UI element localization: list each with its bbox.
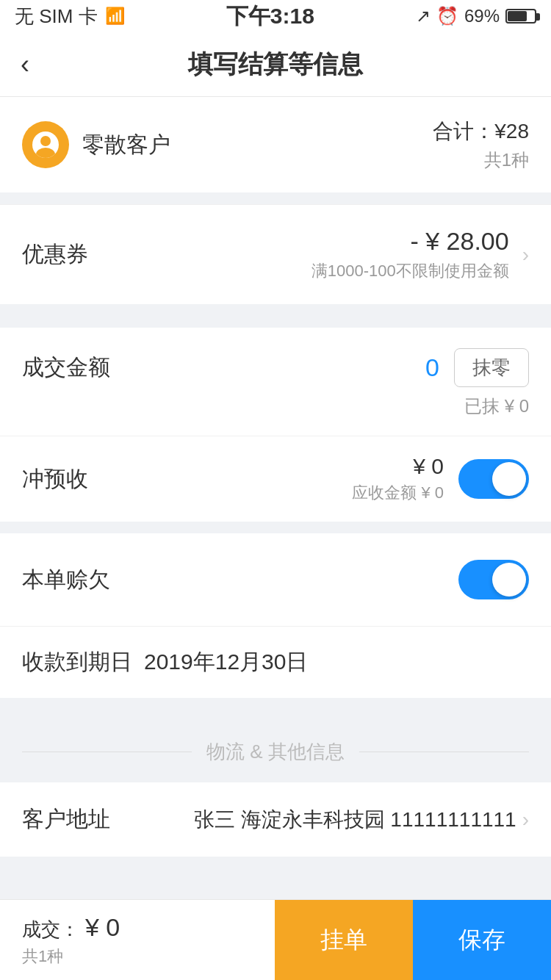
coupon-amount-block: - ¥ 28.00 满1000-100不限制使用金额 [311,227,509,282]
transaction-amount: 0 [425,353,439,382]
customer-section: 零散客户 合计：¥28 共1种 [0,97,551,192]
transaction-sub: 已抹 ¥ 0 [0,394,551,436]
chevron-right-icon: › [522,243,529,267]
divider-3 [0,698,551,710]
avatar [22,121,69,168]
battery-percent: 69% [464,6,500,26]
prereceive-row: 冲预收 ¥ 0 应收金额 ¥ 0 [0,436,551,522]
bottom-deal-row: 成交： ¥ 0 [22,913,253,943]
location-icon: ↗ [416,6,431,26]
status-time: 下午3:18 [226,1,314,32]
total-label: 合计：¥28 [433,118,529,145]
duedate-row: 收款到期日 2019年12月30日 [0,626,551,698]
customer-right: 合计：¥28 共1种 [433,118,529,172]
prereceive-main-amount: ¥ 0 [352,454,444,479]
logistics-section: 物流 & 其他信息 [0,721,551,782]
customer-name: 零散客户 [82,130,170,160]
address-row[interactable]: 客户地址 张三 海淀永丰科技园 11111111111 › [0,782,551,857]
prereceive-label: 冲预收 [22,464,88,494]
address-section: 客户地址 张三 海淀永丰科技园 11111111111 › [0,782,551,857]
page-title: 填写结算等信息 [188,48,363,82]
sim-label: 无 SIM 卡 [15,4,98,29]
debt-toggle-knob [492,563,526,597]
coupon-desc: 满1000-100不限制使用金额 [311,260,509,282]
bottom-deal-label: 成交： [22,917,79,943]
logistics-header: 物流 & 其他信息 [0,721,551,782]
debt-section: 本单赊欠 收款到期日 2019年12月30日 [0,533,551,698]
coupon-right: - ¥ 28.00 满1000-100不限制使用金额 › [311,227,529,282]
customer-left: 零散客户 [22,121,170,168]
prereceive-right: ¥ 0 应收金额 ¥ 0 [352,454,529,504]
wifi-icon: 📶 [105,7,125,26]
status-bar: 无 SIM 卡 📶 下午3:18 ↗ ⏰ 69% [0,0,551,32]
toggle-knob [492,462,526,496]
duedate-value: 2019年12月30日 [144,647,308,677]
transaction-row: 成交金额 0 抹零 [0,328,551,394]
debt-toggle[interactable] [458,560,529,599]
debt-label: 本单赊欠 [22,565,110,595]
nav-bar: ‹ 填写结算等信息 [0,32,551,97]
transaction-right: 0 抹零 [425,348,529,387]
bottom-deal-amount: ¥ 0 [85,913,120,942]
duedate-label: 收款到期日 [22,647,132,677]
round-button[interactable]: 抹零 [454,348,529,387]
status-left: 无 SIM 卡 📶 [15,4,125,29]
logistics-title: 物流 & 其他信息 [206,739,345,765]
address-label: 客户地址 [22,804,110,835]
total-count: 共1种 [433,148,529,172]
customer-row: 零散客户 合计：¥28 共1种 [0,97,551,192]
status-right: ↗ ⏰ 69% [416,6,536,26]
logistics-divider-right [359,752,529,752]
coupon-amount: - ¥ 28.00 [311,227,509,256]
prereceive-amounts: ¥ 0 应收金额 ¥ 0 [352,454,444,504]
address-value: 张三 海淀永丰科技园 11111111111 [132,806,516,834]
battery-icon [505,9,536,24]
avatar-icon [32,131,59,158]
alarm-icon: ⏰ [436,6,458,26]
coupon-label: 优惠券 [22,239,88,270]
debt-row: 本单赊欠 [0,533,551,626]
transaction-label: 成交金额 [22,353,110,383]
content-area: 零散客户 合计：¥28 共1种 优惠券 - ¥ 28.00 满1000-100不… [0,97,551,956]
prereceive-toggle[interactable] [458,459,529,499]
logistics-divider-left [22,752,192,752]
bottom-deal-count: 共1种 [22,945,253,968]
prereceive-sub-amount: 应收金额 ¥ 0 [352,482,444,504]
transaction-section: 成交金额 0 抹零 已抹 ¥ 0 冲预收 ¥ 0 应收金额 ¥ 0 [0,328,551,522]
address-chevron-icon: › [522,808,529,832]
coupon-section: 优惠券 - ¥ 28.00 满1000-100不限制使用金额 › [0,204,551,304]
hang-button[interactable]: 挂单 [275,900,413,981]
coupon-row[interactable]: 优惠券 - ¥ 28.00 满1000-100不限制使用金额 › [0,204,551,304]
bottom-bar: 成交： ¥ 0 共1种 挂单 保存 [0,899,551,980]
divider-2 [0,522,551,533]
save-button[interactable]: 保存 [413,900,551,981]
bottom-summary: 成交： ¥ 0 共1种 [0,913,275,968]
divider-1 [0,316,551,328]
back-button[interactable]: ‹ [21,49,29,80]
